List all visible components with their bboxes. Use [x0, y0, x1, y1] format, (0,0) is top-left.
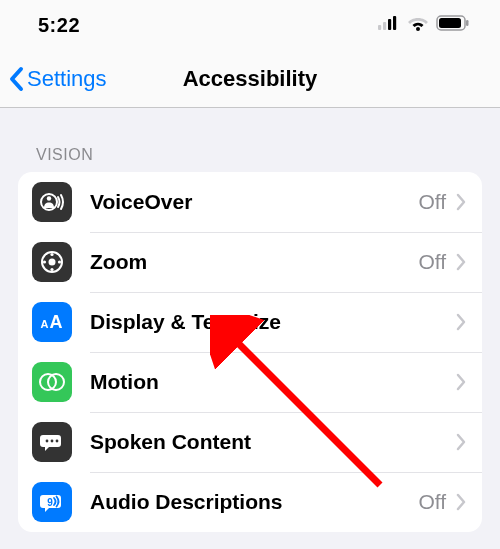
chevron-right-icon	[456, 313, 466, 331]
svg-point-12	[50, 253, 53, 256]
row-label: Display & Text Size	[90, 310, 456, 334]
svg-rect-1	[383, 22, 386, 30]
status-icons	[378, 15, 470, 35]
row-display-text-size[interactable]: AA Display & Text Size	[18, 292, 482, 352]
chevron-right-icon	[456, 253, 466, 271]
row-label: Zoom	[90, 250, 418, 274]
svg-rect-3	[393, 16, 396, 30]
row-label: VoiceOver	[90, 190, 418, 214]
row-label: Spoken Content	[90, 430, 456, 454]
chevron-left-icon	[8, 66, 26, 92]
nav-bar: Settings Accessibility	[0, 50, 500, 108]
row-spoken-content[interactable]: Spoken Content	[18, 412, 482, 472]
wifi-icon	[407, 15, 429, 35]
row-value: Off	[418, 490, 446, 514]
svg-rect-6	[439, 18, 461, 28]
status-bar: 5:22	[0, 0, 500, 50]
svg-point-11	[49, 259, 56, 266]
row-value: Off	[418, 250, 446, 274]
row-audio-descriptions[interactable]: 9 Audio Descriptions Off	[18, 472, 482, 532]
row-label: Audio Descriptions	[90, 490, 418, 514]
motion-icon	[32, 362, 72, 402]
svg-point-13	[50, 268, 53, 271]
svg-point-18	[46, 440, 49, 443]
svg-rect-2	[388, 19, 391, 30]
svg-point-4	[416, 27, 420, 31]
cellular-icon	[378, 16, 400, 34]
chevron-right-icon	[456, 493, 466, 511]
content: VISION VoiceOver Off	[0, 108, 500, 532]
svg-point-19	[51, 440, 54, 443]
row-label: Motion	[90, 370, 456, 394]
audio-descriptions-icon: 9	[32, 482, 72, 522]
settings-list: VoiceOver Off Zoom Off	[18, 172, 482, 532]
svg-point-14	[43, 260, 46, 263]
spoken-content-icon	[32, 422, 72, 462]
svg-point-15	[58, 260, 61, 263]
back-label: Settings	[27, 66, 107, 92]
zoom-icon	[32, 242, 72, 282]
svg-text:9: 9	[47, 497, 53, 508]
svg-point-20	[56, 440, 59, 443]
chevron-right-icon	[456, 433, 466, 451]
section-header-vision: VISION	[18, 108, 482, 172]
row-zoom[interactable]: Zoom Off	[18, 232, 482, 292]
display-text-size-icon: AA	[32, 302, 72, 342]
status-time: 5:22	[38, 14, 80, 37]
voiceover-icon	[32, 182, 72, 222]
svg-rect-7	[466, 20, 469, 26]
chevron-right-icon	[456, 193, 466, 211]
chevron-right-icon	[456, 373, 466, 391]
row-motion[interactable]: Motion	[18, 352, 482, 412]
battery-icon	[436, 15, 470, 35]
svg-point-9	[47, 196, 51, 200]
row-value: Off	[418, 190, 446, 214]
svg-rect-0	[378, 25, 381, 30]
back-button[interactable]: Settings	[8, 66, 107, 92]
row-voiceover[interactable]: VoiceOver Off	[18, 172, 482, 232]
